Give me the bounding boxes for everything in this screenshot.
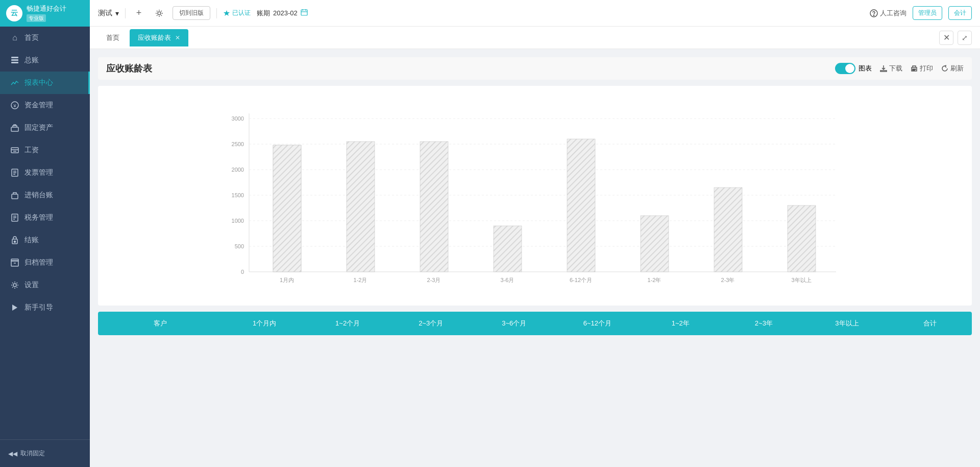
svg-text:1-2月: 1-2月	[354, 277, 368, 283]
svg-text:3-6月: 3-6月	[501, 277, 514, 283]
sidebar-item-label: 归档管理	[24, 258, 53, 267]
svg-rect-59	[788, 205, 816, 272]
svg-text:2000: 2000	[232, 167, 244, 173]
chart-inner: 0 500 1000 1500 2000 2500 3000	[106, 103, 964, 297]
svg-rect-34	[913, 69, 916, 69]
tab-home[interactable]: 首页	[98, 29, 128, 46]
archive-icon	[10, 258, 19, 267]
cancel-fixed-button[interactable]: ◀◀ 取消固定	[0, 444, 90, 463]
svg-rect-52	[273, 145, 301, 272]
assets-icon	[10, 123, 19, 132]
svg-point-19	[14, 241, 16, 243]
chart-toggle[interactable]: 图表	[835, 63, 872, 74]
svg-point-25	[158, 12, 161, 15]
col-3year-plus: 3年以上	[805, 312, 889, 335]
cancel-fixed-label: 取消固定	[20, 449, 45, 458]
home-icon: ⌂	[10, 33, 19, 42]
sidebar-item-settings[interactable]: 设置	[0, 274, 90, 296]
svg-rect-58	[714, 188, 742, 272]
ledger-icon	[10, 56, 19, 65]
sidebar-item-label: 报表中心	[24, 78, 53, 87]
table-header: 客户 1个月内 1~2个月 2~3个月 3~6个月 6~12个月 1~2年 2~…	[98, 312, 972, 335]
col-total: 合计	[889, 312, 972, 335]
consult-button[interactable]: 人工咨询	[870, 9, 906, 18]
svg-rect-1	[11, 59, 18, 61]
col-1-2month: 1~2个月	[306, 312, 389, 335]
sidebar-item-closing[interactable]: 结账	[0, 229, 90, 251]
manager-button[interactable]: 管理员	[913, 6, 942, 20]
sidebar-item-invoices[interactable]: 发票管理	[0, 161, 90, 184]
svg-point-23	[13, 284, 16, 287]
topbar-divider-2	[216, 8, 217, 18]
col-1month: 1个月内	[223, 312, 306, 335]
topbar-settings-button[interactable]	[152, 6, 166, 20]
role-button[interactable]: 会计	[948, 6, 972, 20]
project-selector[interactable]: 测试 ▾	[98, 9, 119, 18]
sidebar-item-inventory[interactable]: 进销台账	[0, 184, 90, 206]
print-button[interactable]: 打印	[911, 64, 933, 73]
svg-text:0: 0	[241, 269, 244, 275]
certified-badge: 已认证	[223, 9, 251, 17]
window-close-button[interactable]: ✕	[939, 31, 953, 45]
svg-rect-56	[567, 139, 595, 272]
refresh-button[interactable]: 刷新	[941, 64, 964, 73]
calendar-icon[interactable]	[301, 9, 308, 17]
sidebar-bottom: ◀◀ 取消固定	[0, 439, 90, 467]
report-actions: 图表 下载 打印 刷新	[835, 63, 964, 74]
window-expand-button[interactable]: ⤢	[958, 31, 972, 45]
sidebar-item-label: 工资	[24, 146, 39, 155]
svg-rect-27	[301, 10, 307, 15]
gear-icon	[10, 281, 19, 290]
sidebar-item-guide[interactable]: 新手引导	[0, 296, 90, 319]
sidebar-item-label: 进销台账	[24, 191, 53, 200]
sidebar-item-reports[interactable]: 报表中心	[0, 72, 90, 94]
switch-old-version-button[interactable]: 切到旧版	[173, 6, 210, 20]
sidebar-item-tax[interactable]: 税务管理	[0, 206, 90, 229]
sidebar-item-ledger[interactable]: 总账	[0, 49, 90, 72]
period-display: 账期 2023-02	[257, 9, 308, 18]
funds-icon: ¥	[10, 101, 19, 110]
svg-rect-2	[11, 62, 18, 63]
sidebar-item-wages[interactable]: 工资	[0, 139, 90, 161]
project-name: 测试	[98, 9, 112, 18]
sidebar-item-funds[interactable]: ¥ 资金管理	[0, 94, 90, 116]
svg-marker-26	[224, 10, 230, 16]
download-button[interactable]: 下载	[880, 64, 902, 73]
chevron-down-icon: ▾	[115, 9, 119, 17]
tab-aging[interactable]: 应收账龄表 ✕	[130, 29, 188, 46]
add-project-button[interactable]: +	[132, 6, 146, 20]
sidebar-item-label: 设置	[24, 281, 39, 290]
svg-text:2500: 2500	[232, 141, 244, 147]
chart-container: 0 500 1000 1500 2000 2500 3000	[98, 86, 972, 306]
topbar-divider-1	[125, 8, 126, 18]
col-6-12month: 6~12个月	[556, 312, 639, 335]
sidebar-item-label: 固定资产	[24, 123, 53, 132]
svg-rect-53	[347, 142, 375, 272]
reports-icon	[10, 78, 19, 87]
sidebar-item-assets[interactable]: 固定资产	[0, 116, 90, 139]
col-2-3month: 2~3个月	[389, 312, 473, 335]
svg-text:2-3年: 2-3年	[721, 277, 735, 283]
svg-rect-13	[12, 194, 18, 199]
sidebar: 云 畅捷通好会计 专业版 ⌂ 首页 总账 报表中心 ¥ 资金管理	[0, 0, 90, 467]
guide-icon	[10, 303, 19, 312]
svg-text:1-2年: 1-2年	[648, 277, 662, 283]
col-customer: 客户	[98, 312, 223, 335]
svg-rect-5	[11, 127, 18, 131]
app-logo-icon: 云	[6, 5, 22, 21]
sidebar-item-label: 新手引导	[24, 303, 53, 312]
sidebar-item-archive[interactable]: 归档管理	[0, 251, 90, 274]
period-value: 2023-02	[273, 9, 298, 17]
svg-rect-57	[641, 216, 669, 272]
sidebar-item-label: 资金管理	[24, 101, 53, 110]
tab-aging-close[interactable]: ✕	[175, 34, 180, 41]
wages-icon	[10, 146, 19, 155]
svg-text:¥: ¥	[13, 103, 16, 108]
svg-text:1000: 1000	[232, 218, 244, 224]
chart-toggle-label: 图表	[859, 64, 872, 73]
chart-toggle-switch[interactable]	[835, 63, 855, 74]
col-1-2year: 1~2年	[639, 312, 722, 335]
sidebar-item-label: 总账	[24, 56, 39, 65]
sidebar-item-home[interactable]: ⌂ 首页	[0, 27, 90, 49]
tax-icon	[10, 213, 19, 222]
